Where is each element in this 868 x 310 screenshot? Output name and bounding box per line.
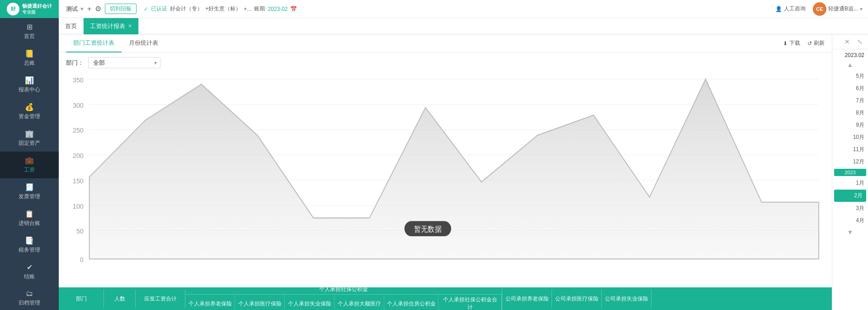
col-company-unemployment: 公司承担失业保险: [602, 290, 651, 308]
svg-text:100: 100: [73, 202, 84, 210]
month-7[interactable]: 7月: [832, 95, 868, 107]
sidebar-item-label: 总账: [24, 59, 35, 67]
header-actions: + ⚙ 切到旧板: [87, 4, 137, 14]
svg-text:50: 50: [76, 228, 84, 235]
sidebar-item-label: 发票管理: [19, 193, 40, 200]
month-1-2023[interactable]: 1月: [832, 177, 868, 189]
sidebar-item-reports[interactable]: 📊 报表中心: [0, 72, 59, 98]
sidebar-item-invoice[interactable]: 🧾 发票管理: [0, 178, 59, 205]
col-group-personal: 个人承担社保公积金 个人承担养老保险 个人承担医疗保险 个人承担失业保险: [185, 287, 502, 310]
svg-text:300: 300: [73, 101, 84, 109]
logo-icon: 好: [7, 3, 19, 15]
tab-close-icon[interactable]: ✕: [128, 23, 132, 29]
col-personal-housing: 个人承担住房公积金: [384, 295, 439, 310]
filter-bar: 部门： 全部 财务部 行政部 技术部 销售部: [59, 52, 832, 73]
sidebar-item-label: 固定资产: [19, 139, 40, 147]
refresh-button[interactable]: ↺ 刷新: [807, 39, 825, 47]
month-11[interactable]: 11月: [832, 143, 868, 156]
app-logo: 好 畅捷通好会计 专业版: [0, 0, 59, 18]
sales-icon: 📋: [25, 210, 34, 218]
checkout-icon: ✔: [27, 263, 33, 272]
sidebar-item-archive[interactable]: 🗂 归档管理: [0, 285, 59, 310]
col-personal-total: 个人承担社保公积金合计: [439, 295, 502, 310]
sidebar-item-label: 资金管理: [19, 113, 40, 120]
col-company-medical: 公司承担医疗保险: [552, 290, 602, 308]
month-9[interactable]: 9月: [832, 119, 868, 131]
svg-text:暂无数据: 暂无数据: [414, 225, 442, 234]
panel-resize-icon[interactable]: ⤡: [855, 37, 864, 46]
sub-tab-bar: 部门工资统计表 月份统计表 ⬇ 下载 ↺ 刷新: [59, 34, 832, 52]
main-content: 部门工资统计表 月份统计表 ⬇ 下载 ↺ 刷新: [59, 34, 832, 310]
main-layout: ⊞ 首页 📒 总账 📊 报表中心 💰 资金管理 🏢 固定资产 💼 工资 🧾 发票…: [0, 18, 868, 310]
tab-monthly-stats[interactable]: 月份统计表: [122, 34, 165, 52]
month-8[interactable]: 8月: [832, 107, 868, 119]
sidebar-item-ledger[interactable]: 📒 总账: [0, 45, 59, 72]
consultant-icon: 👤: [775, 6, 782, 12]
settings-icon[interactable]: ⚙: [95, 5, 101, 13]
col-personal-large-medical: 个人承担大额医疗: [335, 295, 384, 310]
sidebar-item-payroll[interactable]: 💼 工资: [0, 152, 59, 178]
tab-bar: 首页 工资统计报表 ✕: [59, 18, 868, 34]
sidebar-item-home[interactable]: ⊞ 首页: [0, 18, 59, 45]
chart-area: 350 300 250 200 150 100 50 0: [59, 73, 832, 287]
sidebar-item-label: 首页: [24, 33, 35, 40]
nav-down-button[interactable]: ▼: [832, 227, 868, 238]
panel-close-icon[interactable]: ✕: [843, 37, 852, 46]
sidebar-item-tax[interactable]: 📑 税务管理: [0, 232, 59, 258]
header-right: 👤 人工咨询 CE 轻捷通B追... ▾: [775, 2, 863, 16]
consultant-button[interactable]: 👤 人工咨询: [775, 5, 806, 13]
sidebar: ⊞ 首页 📒 总账 📊 报表中心 💰 资金管理 🏢 固定资产 💼 工资 🧾 发票…: [0, 18, 59, 310]
top-header: 好 畅捷通好会计 专业版 测试 ▾ + ⚙ 切到旧板 ✓ 已认证 好会计（专） …: [0, 0, 868, 18]
tab-home[interactable]: 首页: [59, 18, 84, 34]
user-avatar: CE: [813, 2, 826, 16]
payroll-icon: 💼: [25, 156, 34, 165]
month-10[interactable]: 10月: [832, 131, 868, 143]
sub-tab-actions: ⬇ 下载 ↺ 刷新: [783, 39, 825, 47]
page-content: 部门工资统计表 月份统计表 ⬇ 下载 ↺ 刷新: [59, 34, 868, 310]
svg-text:350: 350: [73, 76, 84, 84]
month-2-2023[interactable]: 2月: [834, 190, 866, 202]
sidebar-item-label: 结账: [24, 273, 35, 281]
header-status: ✓ 已认证 好会计（专） +好生意（标） +... 账期 2023-02 📅: [144, 5, 297, 13]
month-6[interactable]: 6月: [832, 82, 868, 95]
dropdown-arrow-icon[interactable]: ▾: [80, 5, 84, 12]
switch-button[interactable]: 切到旧板: [105, 4, 137, 14]
group-label: 个人承担社保公积金: [185, 287, 502, 295]
sidebar-item-label: 税务管理: [19, 246, 40, 254]
sidebar-item-sales[interactable]: 📋 进销台账: [0, 205, 59, 232]
sidebar-item-funds[interactable]: 💰 资金管理: [0, 98, 59, 125]
tab-dept-stats[interactable]: 部门工资统计表: [66, 34, 122, 52]
dept-select[interactable]: 全部 财务部 行政部 技术部 销售部: [88, 57, 160, 68]
tab-payroll-stats[interactable]: 工资统计报表 ✕: [84, 18, 139, 34]
calendar-icon[interactable]: 📅: [290, 6, 297, 12]
tax-icon: 📑: [25, 236, 34, 245]
header-project: 测试 ▾: [66, 5, 84, 13]
month-4-2023[interactable]: 4月: [832, 215, 868, 227]
svg-text:200: 200: [73, 152, 84, 160]
svg-text:0: 0: [80, 256, 84, 264]
col-personal-medical: 个人承担医疗保险: [235, 295, 285, 310]
nav-up-button[interactable]: ▲: [832, 59, 868, 70]
content-area: 首页 工资统计报表 ✕ 部门工资统计表 月份统计表: [59, 18, 868, 310]
year-label: 2023.02: [832, 49, 868, 59]
sidebar-item-assets[interactable]: 🏢 固定资产: [0, 125, 59, 152]
sub-tab-group: 部门工资统计表 月份统计表: [66, 34, 165, 52]
month-5[interactable]: 5月: [832, 70, 868, 82]
refresh-icon: ↺: [807, 40, 812, 47]
col-total-salary: 应发工资合计: [136, 290, 185, 308]
year-2023-badge: 2023: [834, 169, 866, 176]
dept-select-wrapper[interactable]: 全部 财务部 行政部 技术部 销售部: [88, 57, 160, 68]
download-icon: ⬇: [783, 40, 788, 47]
invoice-icon: 🧾: [25, 183, 34, 191]
month-3-2023[interactable]: 3月: [832, 202, 868, 215]
sidebar-item-checkout[interactable]: ✔ 结账: [0, 258, 59, 285]
sidebar-item-label: 报表中心: [19, 86, 40, 94]
certified-icon: ✓: [144, 6, 148, 12]
download-button[interactable]: ⬇ 下载: [783, 39, 800, 47]
col-personal-unemployment: 个人承担失业保险: [285, 295, 335, 310]
user-menu[interactable]: CE 轻捷通B追... ▾: [813, 2, 863, 16]
add-icon[interactable]: +: [87, 5, 91, 13]
chart-svg: 350 300 250 200 150 100 50 0: [66, 73, 825, 287]
logo-text: 畅捷通好会计 专业版: [22, 3, 52, 15]
month-12[interactable]: 12月: [832, 156, 868, 168]
